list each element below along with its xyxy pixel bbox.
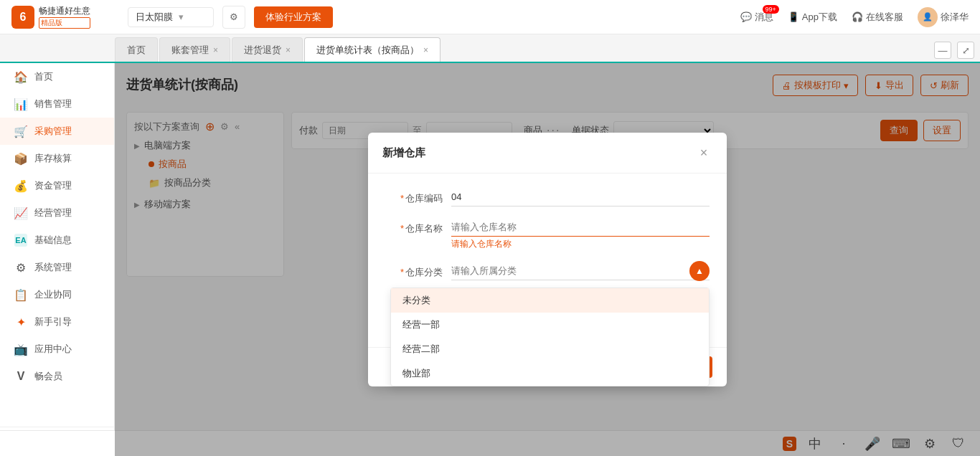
sidebar-item-purchase[interactable]: 🛒 采购管理	[0, 118, 114, 145]
app-download-label: App下载	[802, 11, 837, 24]
username-label: 徐泽华	[941, 11, 969, 24]
logo-area: 6 畅捷通好生意 精品版	[11, 5, 119, 29]
logo-icon: 6	[11, 6, 34, 29]
finance-icon: 💰	[14, 179, 27, 192]
sidebar-item-appcenter[interactable]: 📺 应用中心	[0, 336, 114, 363]
trial-button[interactable]: 体验行业方案	[254, 6, 333, 28]
modal-title: 新增仓库	[382, 146, 425, 160]
sidebar-item-home[interactable]: 🏠 首页	[0, 63, 114, 90]
home-icon: 🏠	[14, 70, 27, 83]
dropdown-item-dept1[interactable]: 经营一部	[391, 313, 709, 337]
sidebar-item-inventory[interactable]: 📦 库存核算	[0, 145, 114, 172]
sidebar: 🏠 首页 📊 销售管理 🛒 采购管理 📦 库存核算 💰 资金管理 📈 经营管理 …	[0, 63, 115, 456]
purchase-icon: 🛒	[14, 125, 27, 138]
dropdown-item-unclassified[interactable]: 未分类	[391, 288, 709, 313]
tab-purchase-stats[interactable]: 进货单统计表（按商品） ×	[304, 37, 440, 62]
sidebar-item-member[interactable]: V 畅会员	[0, 363, 114, 390]
tab-close-purchase-return[interactable]: ×	[286, 45, 291, 55]
main-layout: 🏠 首页 📊 销售管理 🛒 采购管理 📦 库存核算 💰 资金管理 📈 经营管理 …	[0, 63, 980, 456]
operation-icon: 📈	[14, 206, 27, 219]
avatar: 👤	[918, 7, 938, 27]
name-input-wrapper: 请输入仓库名称	[451, 218, 710, 250]
sidebar-item-collab[interactable]: 📋 企业协同	[0, 281, 114, 308]
sidebar-item-guide[interactable]: ✦ 新手引导	[0, 308, 114, 336]
headset-icon: 🎧	[852, 11, 863, 22]
message-button[interactable]: 💬 消息 99+	[740, 11, 773, 24]
gear-icon: ⚙	[230, 11, 238, 22]
chevron-down-icon: ▾	[179, 11, 184, 22]
top-header: 6 畅捷通好生意 精品版 日太阳膜 ▾ ⚙ 体验行业方案 💬 消息 99+ 📱 …	[0, 0, 980, 34]
message-icon: 💬	[740, 11, 752, 22]
gear-button[interactable]: ⚙	[222, 6, 245, 29]
member-icon: V	[14, 370, 27, 383]
message-badge: 99+	[763, 5, 779, 14]
collab-icon: 📋	[14, 288, 27, 301]
appcenter-icon: 📺	[14, 343, 27, 356]
tab-minimize-button[interactable]: —	[934, 42, 951, 59]
category-label: *仓库分类	[385, 262, 443, 279]
category-dropdown-list: 未分类 经营一部 经营二部 物业部	[390, 288, 710, 386]
guide-icon: ✦	[14, 315, 27, 328]
app-download-button[interactable]: 📱 App下载	[788, 11, 837, 24]
dropdown-item-dept2[interactable]: 经营二部	[391, 337, 709, 361]
code-input[interactable]	[451, 188, 710, 206]
tab-bar: 首页 账套管理 × 进货退货 × 进货单统计表（按商品） × — ⤢	[0, 34, 980, 63]
online-service-button[interactable]: 🎧 在线客服	[852, 11, 903, 24]
inventory-icon: 📦	[14, 152, 27, 165]
sidebar-item-finance[interactable]: 💰 资金管理	[0, 172, 114, 199]
sidebar-item-operation[interactable]: 📈 经营管理	[0, 199, 114, 227]
category-dropdown-arrow[interactable]: ▲	[689, 261, 710, 281]
sidebar-item-basic[interactable]: EA 基础信息	[0, 227, 114, 254]
tab-home[interactable]: 首页	[115, 37, 158, 62]
code-input-wrapper	[451, 188, 710, 206]
user-profile[interactable]: 👤 徐泽华	[918, 7, 969, 27]
modal-close-button[interactable]: ×	[695, 144, 712, 161]
code-form-row: *仓库编码	[385, 188, 710, 206]
content-area: 进货单统计(按商品) 🖨 按模板打印 ▾ ⬇ 导出 ↺ 刷新	[115, 63, 980, 456]
tab-close-accounts[interactable]: ×	[213, 45, 218, 55]
modal-body: *仓库编码 *仓库名称 请输入仓库名称	[368, 174, 727, 347]
tab-close-purchase-stats[interactable]: ×	[423, 45, 428, 55]
dropdown-item-property[interactable]: 物业部	[391, 361, 709, 386]
category-select-wrapper: ▲ 未分类 经营一部 经营二部 物业部	[451, 262, 710, 280]
name-label: *仓库名称	[385, 218, 443, 235]
tab-expand-button[interactable]: ⤢	[957, 42, 974, 59]
name-input[interactable]	[451, 218, 710, 237]
category-input[interactable]	[451, 262, 710, 280]
store-selector[interactable]: 日太阳膜 ▾	[128, 7, 214, 27]
name-error-msg: 请输入仓库名称	[451, 238, 710, 250]
sidebar-item-sales[interactable]: 📊 销售管理	[0, 90, 114, 118]
modal-header: 新增仓库 ×	[368, 133, 727, 174]
code-label: *仓库编码	[385, 188, 443, 205]
header-right: 💬 消息 99+ 📱 App下载 🎧 在线客服 👤 徐泽华	[740, 7, 969, 27]
tab-purchase-return[interactable]: 进货退货 ×	[232, 37, 303, 62]
modal-overlay: 新增仓库 × *仓库编码	[115, 63, 980, 456]
tab-bar-end: — ⤢	[934, 42, 980, 62]
sales-icon: 📊	[14, 98, 27, 110]
logo-text: 畅捷通好生意 精品版	[39, 5, 90, 29]
add-warehouse-modal: 新增仓库 × *仓库编码	[368, 133, 727, 386]
online-service-label: 在线客服	[866, 11, 903, 24]
sidebar-item-system[interactable]: ⚙ 系统管理	[0, 254, 114, 281]
system-icon: ⚙	[14, 261, 27, 274]
phone-icon: 📱	[788, 11, 799, 22]
category-form-row: *仓库分类 ▲ 未分类 经营一部 经营二部 物业部	[385, 262, 710, 280]
name-form-row: *仓库名称 请输入仓库名称	[385, 218, 710, 250]
tab-accounts[interactable]: 账套管理 ×	[159, 37, 230, 62]
store-name: 日太阳膜	[136, 11, 173, 24]
basic-info-icon: EA	[14, 234, 27, 247]
